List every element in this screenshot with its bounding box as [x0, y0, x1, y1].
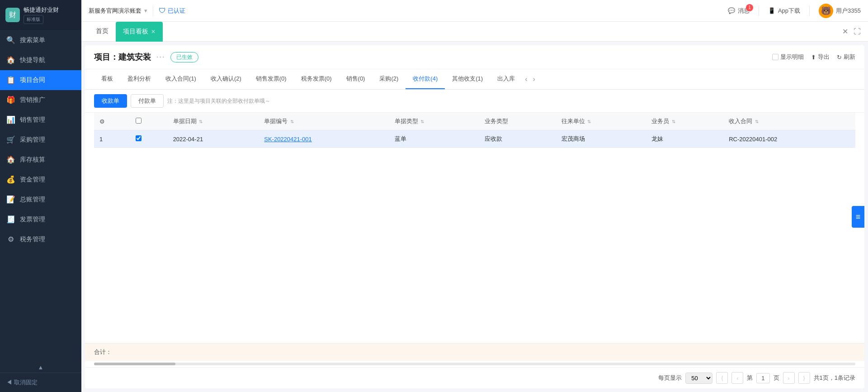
cell-index: 1	[94, 130, 130, 148]
refresh-button[interactable]: ↻ 刷新	[837, 53, 855, 61]
cell-checkbox	[130, 130, 167, 148]
nav-icon: 📊	[6, 115, 15, 124]
nav-label: 资金管理	[20, 176, 45, 184]
messages-button[interactable]: 💬 消息 1	[728, 7, 750, 15]
project-selector[interactable]: 新服务官网演示账套 ▾	[89, 7, 147, 15]
col-settings[interactable]: ⚙	[94, 113, 130, 130]
sidebar-item-项目合同[interactable]: 📋项目合同	[0, 70, 81, 90]
sidebar-header: 财 畅捷通好业财 标准版	[0, 0, 81, 30]
close-window-icon[interactable]: ✕	[842, 27, 848, 36]
tab-project-board-label: 项目看板	[123, 28, 148, 36]
sidebar-item-采购管理[interactable]: 🛒采购管理	[0, 130, 81, 150]
subnav-prev-icon[interactable]: ‹	[522, 75, 530, 83]
nav-label: 库存核算	[20, 156, 45, 164]
phone-icon: 📱	[768, 7, 775, 14]
project-dropdown-icon: ▾	[144, 7, 147, 14]
show-detail-checkbox[interactable]	[772, 54, 778, 60]
nav-label: 税务管理	[20, 235, 45, 244]
nav-icon: 🎁	[6, 96, 15, 105]
row-checkbox[interactable]	[136, 135, 142, 141]
table-wrap: ⚙ 单据日期 ⇅ 单据编号 ⇅ 单据类型 ⇅ 业务类型 往来单位 ⇅ 业务员 ⇅…	[85, 113, 864, 343]
per-page-select[interactable]: 50 10 20 100	[685, 373, 712, 384]
app-download-label: App下载	[778, 7, 800, 15]
nav-label: 搜索菜单	[20, 36, 45, 44]
sidebar-item-发票管理[interactable]: 🧾发票管理	[0, 210, 81, 229]
project-name: 新服务官网演示账套	[89, 7, 142, 15]
app-download-button[interactable]: 📱 App下载	[768, 7, 800, 15]
scrollbar-thumb[interactable]	[94, 363, 175, 365]
subnav-item-出入库[interactable]: 出入库	[490, 69, 522, 89]
select-all-checkbox[interactable]	[136, 118, 142, 124]
table-row[interactable]: 1 2022-04-21 SK-20220421-001 蓝单 应收款 宏茂商场…	[94, 130, 855, 148]
page-title: 项目：建筑安装	[94, 52, 151, 62]
subnav: 看板盈利分析收入合同(1)收入确认(2)销售发票(0)税务发票(0)销售(0)采…	[85, 69, 864, 90]
subnav-item-销售发票(0)[interactable]: 销售发票(0)	[249, 69, 294, 89]
show-detail-toggle[interactable]: 显示明细	[772, 53, 804, 61]
nav-icon: 📋	[6, 76, 15, 85]
sidebar-item-税务管理[interactable]: ⚙税务管理	[0, 229, 81, 249]
user-menu[interactable]: 🐻 用户3355	[819, 4, 861, 18]
sidebar-item-营销推广[interactable]: 🎁营销推广	[0, 90, 81, 110]
content-panel: 项目：建筑安装 ··· 已生效 显示明细 ⬆ 导出 ↻ 刷新	[85, 45, 864, 388]
sidebar-item-快捷导航[interactable]: 🏠快捷导航	[0, 50, 81, 70]
subnav-next-icon[interactable]: ›	[530, 75, 538, 83]
tab-window-controls: ✕ ⛶	[842, 27, 861, 36]
pagination: 每页显示 50 10 20 100 ⟨ ‹ 第 1 页 › ⟩ 共1页，1条记录	[85, 367, 864, 388]
subnav-item-收入合同(1)[interactable]: 收入合同(1)	[158, 69, 203, 89]
code-link[interactable]: SK-20220421-001	[264, 136, 312, 143]
col-partner: 往来单位 ⇅	[556, 113, 646, 130]
sidebar-item-总账管理[interactable]: 📝总账管理	[0, 190, 81, 210]
user-label: 用户3355	[836, 7, 861, 15]
sidebar-item-资金管理[interactable]: 💰资金管理	[0, 170, 81, 190]
export-label: 导出	[818, 53, 830, 61]
more-options-icon[interactable]: ···	[156, 53, 165, 61]
sidebar-item-搜索菜单[interactable]: 🔍搜索菜单	[0, 30, 81, 50]
subnav-item-销售(0)[interactable]: 销售(0)	[339, 69, 373, 89]
col-code: 单据编号 ⇅	[259, 113, 389, 130]
nav-label: 采购管理	[20, 136, 45, 144]
status-badge: 已生效	[170, 52, 198, 62]
subnav-item-盈利分析[interactable]: 盈利分析	[120, 69, 158, 89]
side-float-button[interactable]: ≡	[852, 206, 864, 228]
subtab-btn-收款单[interactable]: 收款单	[94, 94, 127, 108]
topbar-right: 💬 消息 1 📱 App下载 🐻 用户3355	[728, 4, 861, 18]
sidebar-item-库存核算[interactable]: 🏠库存核算	[0, 150, 81, 170]
col-date: 单据日期 ⇅	[168, 113, 259, 130]
subtab-bar: 收款单付款单注：这里是与项目关联的全部收付款单哦～	[85, 90, 864, 113]
last-page-button[interactable]: ⟩	[798, 372, 810, 384]
tab-close-icon[interactable]: ✕	[151, 29, 156, 35]
nav-label: 销售管理	[20, 116, 45, 124]
cell-code[interactable]: SK-20220421-001	[259, 130, 389, 148]
subtab-btn-付款单[interactable]: 付款单	[131, 94, 164, 108]
export-button[interactable]: ⬆ 导出	[811, 53, 830, 61]
nav-label: 总账管理	[20, 196, 45, 204]
table-footer: 合计：	[85, 343, 864, 361]
col-salesperson: 业务员 ⇅	[646, 113, 723, 130]
fullscreen-icon[interactable]: ⛶	[854, 28, 861, 36]
first-page-button[interactable]: ⟨	[716, 372, 728, 384]
current-page: 1	[756, 373, 769, 383]
tab-home[interactable]: 首页	[89, 22, 116, 42]
show-detail-label: 显示明细	[780, 53, 804, 61]
horizontal-scrollbar[interactable]	[85, 361, 864, 367]
subnav-item-收入确认(2)[interactable]: 收入确认(2)	[203, 69, 249, 89]
prev-page-button[interactable]: ‹	[731, 372, 743, 384]
next-page-button[interactable]: ›	[783, 372, 795, 384]
col-type: 单据类型 ⇅	[389, 113, 480, 130]
sidebar-item-销售管理[interactable]: 📊销售管理	[0, 110, 81, 130]
sidebar-unpin-button[interactable]: ◀ 取消固定	[0, 373, 81, 392]
topbar-divider	[153, 5, 153, 16]
subnav-item-采购(2)[interactable]: 采购(2)	[372, 69, 406, 89]
subnav-item-收付款(4)[interactable]: 收付款(4)	[406, 69, 445, 89]
page-label: 第	[747, 374, 753, 382]
nav-label: 快捷导航	[20, 56, 45, 64]
total-label: 合计：	[94, 348, 112, 356]
subnav-item-其他收支(1)[interactable]: 其他收支(1)	[445, 69, 490, 89]
page-header-right: 显示明细 ⬆ 导出 ↻ 刷新	[772, 53, 855, 61]
sidebar-scroll-up[interactable]: ▲	[0, 362, 81, 373]
subnav-item-看板[interactable]: 看板	[94, 69, 120, 89]
tab-home-label: 首页	[96, 27, 108, 35]
tab-project-board[interactable]: 项目看板 ✕	[116, 22, 163, 42]
app-name: 畅捷通好业财	[24, 6, 59, 14]
subnav-item-税务发票(0)[interactable]: 税务发票(0)	[294, 69, 339, 89]
